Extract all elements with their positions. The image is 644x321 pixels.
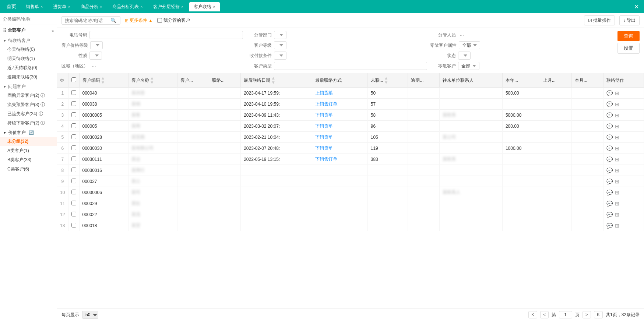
first-page-button[interactable]: K: [528, 311, 537, 318]
sidebar-group-pending[interactable]: ▼ 待联络客户: [0, 36, 57, 45]
message-icon[interactable]: 💬: [606, 112, 613, 118]
all-customers-header[interactable]: ⠿ 全部客户 «: [0, 25, 57, 36]
message-icon[interactable]: 💬: [606, 134, 613, 140]
more-icon[interactable]: ⊞: [615, 112, 619, 118]
my-customers-checkbox[interactable]: [157, 18, 162, 23]
message-icon[interactable]: 💬: [606, 190, 613, 195]
customer-level-select[interactable]: [274, 41, 286, 49]
last-contact-method[interactable]: 下销售订单: [312, 99, 367, 110]
row-checkbox[interactable]: [71, 223, 76, 227]
dept-select[interactable]: [274, 31, 286, 39]
row-checkbox-cell[interactable]: [68, 187, 79, 198]
th-contact[interactable]: 联络...: [209, 73, 241, 88]
person-dots-button[interactable]: ···: [458, 32, 465, 38]
last-contact-method[interactable]: 下销货单: [312, 132, 367, 143]
row-checkbox[interactable]: [71, 179, 76, 183]
region-dots-button[interactable]: ···: [90, 63, 98, 69]
row-checkbox-cell[interactable]: [68, 198, 79, 209]
more-icon[interactable]: ⊞: [615, 156, 619, 162]
last-contact-method[interactable]: 下销货单: [312, 143, 367, 154]
last-contact-method[interactable]: 下销货单: [312, 110, 367, 121]
close-icon[interactable]: ×: [100, 4, 102, 9]
th-last-method[interactable]: 最后联络方式: [312, 73, 367, 88]
more-icon[interactable]: ⊞: [615, 123, 619, 129]
message-icon[interactable]: 💬: [606, 201, 613, 207]
sidebar-item-classA[interactable]: A类客户(1): [0, 146, 57, 155]
message-icon[interactable]: 💬: [606, 179, 613, 184]
row-checkbox[interactable]: [71, 112, 76, 117]
th-checkbox[interactable]: [68, 73, 79, 88]
message-icon[interactable]: 💬: [606, 101, 613, 107]
batch-op-button[interactable]: ☑ 批量操作: [584, 15, 615, 25]
row-checkbox-cell[interactable]: [68, 209, 79, 220]
row-checkbox-cell[interactable]: [68, 220, 79, 231]
more-icon[interactable]: ⊞: [615, 134, 619, 140]
sidebar-item-churn-warning[interactable]: 流失预警客户(3) ⓘ: [0, 100, 57, 109]
sidebar-item-7day-pending[interactable]: 近7天待联络(0): [0, 63, 57, 73]
sidebar-search-input[interactable]: [3, 17, 57, 22]
th-name[interactable]: 客户名称 ▲▼: [128, 73, 177, 88]
tab-purchase[interactable]: 进货单 ×: [49, 2, 74, 11]
sidebar-group-value[interactable]: ▼ 价值客户 🔄: [0, 128, 57, 137]
row-checkbox-cell[interactable]: [68, 121, 79, 132]
sidebar-group-problem[interactable]: ▼ 问题客户: [0, 82, 57, 91]
message-icon[interactable]: 💬: [606, 212, 613, 218]
close-icon[interactable]: ×: [41, 4, 43, 9]
phone-input[interactable]: [89, 31, 243, 39]
more-icon[interactable]: ⊞: [615, 145, 619, 151]
page-size-select[interactable]: 50: [82, 311, 98, 319]
sidebar-item-overdue[interactable]: 逾期未联络(30): [0, 73, 57, 82]
message-icon[interactable]: 💬: [606, 223, 613, 229]
tab-customer-tier[interactable]: 客户分层经营 ×: [149, 2, 188, 11]
sidebar-item-classC[interactable]: C类客户(6): [0, 165, 57, 174]
sidebar-item-today-pending[interactable]: 今天待联络(0): [0, 45, 57, 54]
payment-terms-select[interactable]: [274, 52, 286, 60]
th-this-year[interactable]: 本年...: [502, 73, 540, 88]
th-customer-cat[interactable]: 客户...: [177, 73, 209, 88]
row-checkbox[interactable]: [71, 145, 76, 150]
query-button[interactable]: 查询: [617, 31, 640, 41]
last-contact-method[interactable]: 下销售订单: [312, 154, 367, 165]
more-icon[interactable]: ⊞: [615, 90, 619, 96]
th-settings[interactable]: ⚙: [57, 73, 68, 88]
message-icon[interactable]: 💬: [606, 156, 613, 162]
sidebar-item-declining[interactable]: 持续下滑客户(2) ⓘ: [0, 119, 57, 128]
sidebar-item-churned[interactable]: 已流失客户(24) ⓘ: [0, 109, 57, 119]
export-button[interactable]: ↓ 导出: [619, 15, 640, 25]
prev-page-button[interactable]: <: [540, 311, 549, 318]
sidebar-item-tomorrow-pending[interactable]: 明天待联络(1): [0, 54, 57, 63]
retail-attr-select[interactable]: 全部: [459, 41, 480, 49]
last-page-button[interactable]: K: [594, 311, 603, 318]
th-no-contact[interactable]: 未联... ▲▼: [367, 73, 408, 88]
message-icon[interactable]: 💬: [606, 90, 613, 96]
more-icon[interactable]: ⊞: [615, 212, 619, 218]
row-checkbox-cell[interactable]: [68, 165, 79, 176]
tab-sales[interactable]: 销售单 ×: [21, 2, 47, 11]
status-select[interactable]: [458, 52, 471, 60]
row-checkbox[interactable]: [71, 201, 76, 205]
message-icon[interactable]: 💬: [606, 167, 613, 173]
row-checkbox[interactable]: [71, 190, 76, 194]
row-checkbox[interactable]: [71, 90, 76, 95]
row-checkbox[interactable]: [71, 167, 76, 172]
more-icon[interactable]: ⊞: [615, 223, 619, 229]
row-checkbox-cell[interactable]: [68, 176, 79, 187]
more-icon[interactable]: ⊞: [615, 101, 619, 107]
page-number-input[interactable]: [559, 311, 572, 318]
row-checkbox-cell[interactable]: [68, 143, 79, 154]
th-last-date[interactable]: 最后联络日期 ▲▼: [241, 73, 312, 88]
more-conditions-button[interactable]: ⊞ 更多条件 ▲: [125, 17, 153, 24]
message-icon[interactable]: 💬: [606, 123, 613, 129]
row-checkbox-cell[interactable]: [68, 154, 79, 165]
row-checkbox[interactable]: [71, 134, 76, 139]
sidebar-item-abnormal[interactable]: 固购异常客户(2) ⓘ: [0, 91, 57, 100]
row-checkbox[interactable]: [71, 212, 76, 216]
row-checkbox-cell[interactable]: [68, 110, 79, 121]
th-last-month[interactable]: 上月...: [540, 73, 571, 88]
th-overdue[interactable]: 逾期...: [408, 73, 440, 88]
row-checkbox-cell[interactable]: [68, 88, 79, 99]
sidebar-item-classB[interactable]: B类客户(33): [0, 155, 57, 165]
tab-product-list[interactable]: 商品分析列表 ×: [108, 2, 147, 11]
reset-button[interactable]: 设置: [617, 43, 640, 54]
th-code[interactable]: 客户编码 ▲▼: [79, 73, 128, 88]
